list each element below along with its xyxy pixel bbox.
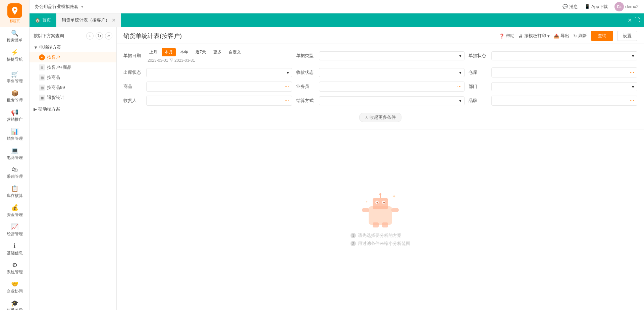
chevron-down-icon-settle: ▾ <box>459 98 462 103</box>
wholesale-icon: 📦 <box>11 90 18 97</box>
tab-close-icon[interactable]: ✕ <box>112 18 116 22</box>
refresh-icon: ↻ <box>573 34 577 39</box>
date-btn-custom[interactable]: 自定义 <box>226 48 244 56</box>
sidebar-item-newguide[interactable]: 🎓 新手引导 <box>0 297 29 310</box>
date-btn-thisyear[interactable]: 本年 <box>177 48 191 56</box>
help-btn[interactable]: ❓ 帮助 <box>499 33 515 39</box>
message-btn[interactable]: 💬 消息 <box>562 4 578 10</box>
sidebar-item-sales[interactable]: 📊 销售管理 <box>0 125 29 144</box>
order-status-select[interactable]: ▾ <box>491 51 637 60</box>
export-icon: 📤 <box>554 34 559 39</box>
refresh-label: 刷新 <box>578 33 587 39</box>
window-close-icon[interactable]: ✕ <box>628 17 632 23</box>
print-btn[interactable]: 🖨 按模板打印 ▾ <box>519 33 550 39</box>
empty-hint-container: 1 请先选择要分析的方案 2 用过滤条件来缩小分析范围 <box>351 232 410 247</box>
filter-area: 单据日期 上月 本月 本年 近7天 <box>117 44 644 129</box>
date-btn-lastmonth[interactable]: 上月 <box>146 48 160 56</box>
empty-hint-1: 请先选择要分析的方案 <box>358 232 401 239</box>
add-scheme-btn[interactable]: + <box>86 32 94 40</box>
svg-point-5 <box>383 202 385 204</box>
sidebar-item-ecommerce[interactable]: 💻 电商管理 <box>0 144 29 163</box>
tab-sales-stats[interactable]: 销货单统计表（按客户） ✕ <box>56 13 121 27</box>
goods-dots-icon[interactable]: ··· <box>284 84 289 90</box>
sidebar-item-finance[interactable]: 💰 资金管理 <box>0 201 29 220</box>
goods-select[interactable]: ··· <box>146 82 292 92</box>
ship-status-label: 出库状态 <box>123 69 144 75</box>
order-type-label: 单据类型 <box>296 53 316 59</box>
svg-rect-11 <box>382 222 388 227</box>
chevron-down-icon-status: ▾ <box>632 53 634 58</box>
sidebar-item-retail[interactable]: 🛒 零售管理 <box>0 68 29 87</box>
tab-home[interactable]: 🏠 首页 <box>30 13 56 27</box>
brand-select[interactable]: ··· <box>491 96 637 106</box>
sidebar-item-inventory[interactable]: 📋 库存核算 <box>0 182 29 201</box>
purchase-icon: 🛍 <box>12 166 18 173</box>
customer-goods-icon: ⊞ <box>39 64 45 70</box>
filter-ship-status-item: 出库状态 ▾ <box>123 67 292 78</box>
window-maximize-icon[interactable]: ⛶ <box>635 17 640 23</box>
scheme-item-return-stats[interactable]: ▦ 退货统计 <box>30 93 116 103</box>
sidebar-item-marketing[interactable]: 📢 营销推广 <box>0 106 29 125</box>
filter-goods-item: 商品 ··· <box>123 82 292 92</box>
sidebar-item-wholesale[interactable]: 📦 批发管理 <box>0 87 29 106</box>
app-download-btn[interactable]: 📱 App下载 <box>585 4 608 10</box>
customer-scheme-icon: ● <box>39 54 45 60</box>
export-btn[interactable]: 📤 导出 <box>554 33 569 39</box>
topbar-dropdown-icon[interactable]: ▾ <box>81 4 83 9</box>
chevron-down-icon-type: ▾ <box>459 53 462 58</box>
sidebar-item-quicknav[interactable]: ⚡ 快捷导航 <box>0 46 29 65</box>
help-icon: ❓ <box>499 34 504 39</box>
scheme-group-desktop-title[interactable]: ▼ 电脑端方案 <box>30 42 116 52</box>
query-btn[interactable]: 查询 <box>591 31 613 41</box>
recipient-dots-icon[interactable]: ··· <box>284 98 289 104</box>
empty-hint-2: 用过滤条件来缩小分析范围 <box>358 241 410 247</box>
date-btn-more[interactable]: 更多 <box>210 48 224 56</box>
filter-settlement-item: 结算方式 ▾ <box>296 96 465 106</box>
tab-sales-stats-label: 销货单统计表（按客户） <box>62 17 110 23</box>
settings-btn[interactable]: 设置 <box>617 31 637 41</box>
ship-status-select[interactable]: ▾ <box>146 68 292 77</box>
salesperson-dots-icon[interactable]: ··· <box>457 84 462 90</box>
svg-rect-1 <box>373 198 388 209</box>
chevron-down-icon-ship: ▾ <box>287 70 289 75</box>
topbar-right: 💬 消息 📱 App下载 Ea demo2 <box>562 2 639 11</box>
scheme-item-goods-label: 按商品 <box>47 74 60 81</box>
recipient-select[interactable]: ··· <box>146 96 292 106</box>
avatar: Ea <box>614 2 624 11</box>
sidebar-item-purchase[interactable]: 🛍 采购管理 <box>0 163 29 182</box>
download-icon: 📱 <box>585 4 590 9</box>
scheme-item-by-customer[interactable]: ● 按客户 <box>30 52 116 62</box>
warehouse-dots-icon[interactable]: ··· <box>630 69 634 75</box>
filter-salesperson-item: 业务员 ··· <box>296 82 465 92</box>
sidebar-item-operations[interactable]: 📈 经营管理 <box>0 220 29 240</box>
refresh-btn[interactable]: ↻ 刷新 <box>573 33 587 39</box>
refresh-scheme-btn[interactable]: ↻ <box>96 32 103 40</box>
tab-home-label: 首页 <box>42 17 51 23</box>
order-type-select[interactable]: ▾ <box>319 51 465 60</box>
collapse-filters-btn[interactable]: ∧ 收起更多条件 <box>359 113 401 122</box>
date-btn-last7days[interactable]: 近7天 <box>193 48 209 56</box>
sidebar-item-finance-label: 资金管理 <box>7 212 23 218</box>
salesperson-select[interactable]: ··· <box>319 82 465 92</box>
svg-rect-8 <box>362 208 369 212</box>
sidebar-item-search[interactable]: 🔍 搜索菜单 <box>0 27 29 46</box>
collapse-label: 收起更多条件 <box>370 114 396 120</box>
payment-status-select[interactable]: ▾ <box>319 68 465 77</box>
settlement-select[interactable]: ▾ <box>319 96 465 105</box>
user-profile-btn[interactable]: Ea demo2 <box>614 2 639 11</box>
left-panel-title: 按以下方案查询 <box>34 33 64 39</box>
collapse-panel-btn[interactable]: « <box>105 32 112 40</box>
sidebar-item-system[interactable]: ⚙ 系统管理 <box>0 259 29 278</box>
scheme-item-by-goods99[interactable]: ▤ 按商品99 <box>30 83 116 93</box>
sidebar-item-collab[interactable]: 🤝 企业协同 <box>0 278 29 297</box>
sidebar-item-basicinfo[interactable]: ℹ 基础信息 <box>0 240 29 259</box>
date-btn-thismonth[interactable]: 本月 <box>162 48 176 56</box>
brand-dots-icon[interactable]: ··· <box>630 98 634 104</box>
scheme-item-by-goods[interactable]: ▤ 按商品 <box>30 72 116 83</box>
scheme-group-mobile-title[interactable]: ▶ 移动端方案 <box>30 104 116 114</box>
warehouse-select[interactable]: ··· <box>491 67 637 78</box>
date-range-display: 2023-03-01 至 2023-03-31 <box>148 58 195 63</box>
scheme-item-customer-goods[interactable]: ⊞ 按客户+商品 <box>30 62 116 72</box>
settlement-label: 结算方式 <box>296 98 316 104</box>
department-select[interactable]: ▾ <box>491 82 637 91</box>
